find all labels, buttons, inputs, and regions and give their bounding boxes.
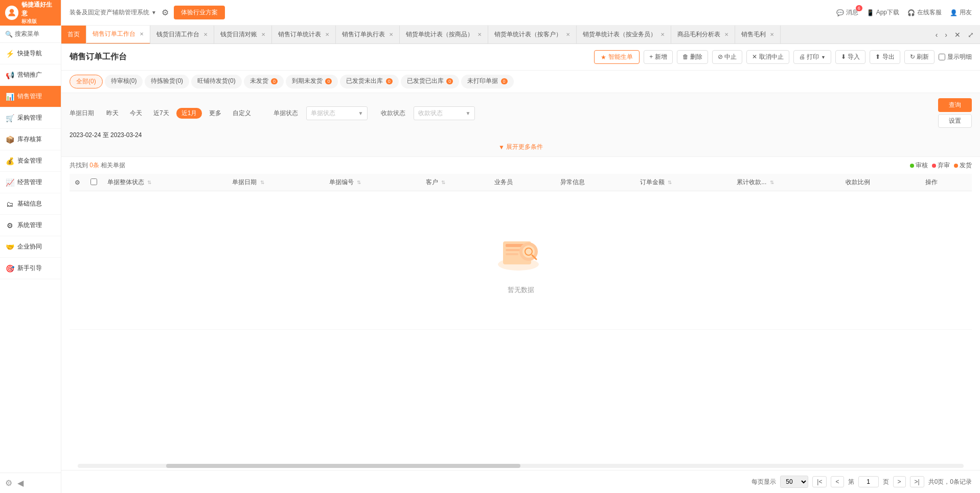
show-detail-checkbox[interactable]: 显示明细 <box>939 53 972 61</box>
tab-close-cash-reconcile[interactable]: ✕ <box>261 32 265 37</box>
sidebar-item-quick-nav[interactable]: ⚡ 快捷导航 <box>0 43 61 64</box>
status-select[interactable]: 单据状态 ▼ <box>306 106 368 120</box>
tab-close-sales-stat[interactable]: ✕ <box>325 32 329 37</box>
tab-scroll-right-button[interactable]: › <box>943 30 949 40</box>
page-last-button[interactable]: >| <box>910 476 924 487</box>
tab-cash-daily[interactable]: 钱货日清工作台 ✕ <box>150 26 214 44</box>
sidebar-item-finance[interactable]: 💰 资金管理 <box>0 150 61 172</box>
th-collected[interactable]: 累计收款... ⇅ <box>732 174 840 191</box>
delete-button[interactable]: 🗑 删除 <box>677 50 708 64</box>
sidebar-search[interactable]: 🔍 搜索菜单 <box>0 26 61 43</box>
th-date[interactable]: 单据日期 ⇅ <box>227 174 324 191</box>
th-number[interactable]: 单据编号 ⇅ <box>324 174 421 191</box>
tab-sales-exec[interactable]: 销售订单执行表 ✕ <box>336 26 400 44</box>
th-ratio[interactable]: 收款比例 <box>840 174 920 191</box>
date-btn-7days[interactable]: 近7天 <box>149 108 173 119</box>
tab-close-sales-gross[interactable]: ✕ <box>770 32 774 37</box>
tab-cash-reconcile[interactable]: 钱货日清对账 ✕ <box>214 26 272 44</box>
tab-sales-workbench[interactable]: 销售订单工作台 ✕ <box>86 26 150 44</box>
per-page-select[interactable]: 50 100 200 <box>780 476 808 488</box>
system-title[interactable]: 装备及固定资产辅助管理系统 ▼ <box>70 8 156 17</box>
tab-close-sales-stat-product[interactable]: ✕ <box>477 32 482 37</box>
subtab-pending-review[interactable]: 待审核(0) <box>105 75 143 88</box>
tab-close-sales-workbench[interactable]: ✕ <box>140 31 144 37</box>
cancel-stop-button[interactable]: ✕ 取消中止 <box>746 50 789 64</box>
tab-close-sales-exec[interactable]: ✕ <box>389 32 393 37</box>
th-amount[interactable]: 订单金额 ⇅ <box>635 174 732 191</box>
sidebar-item-enterprise[interactable]: 🤝 企业协同 <box>0 236 61 258</box>
user-menu-button[interactable]: 👤 用友 <box>950 8 972 17</box>
add-button[interactable]: + 新增 <box>644 50 672 64</box>
subtab-all[interactable]: 全部(0) <box>70 75 103 88</box>
th-staff[interactable]: 业务员 <box>489 174 555 191</box>
subtab-not-shipped[interactable]: 未发货 0 <box>244 75 284 88</box>
tab-sales-stat-product[interactable]: 销货单统计表（按商品） ✕ <box>400 26 488 44</box>
subtab-shipped-out[interactable]: 已发货已出库 0 <box>401 75 459 88</box>
sidebar-item-sales[interactable]: 📊 销售管理 <box>0 86 61 107</box>
payment-select[interactable]: 收款状态 ▼ <box>414 106 475 120</box>
select-all-checkbox[interactable] <box>90 178 97 185</box>
topbar-gear-icon[interactable]: ⚙ <box>162 8 169 17</box>
subtab-pending-check[interactable]: 待拣验货(0) <box>145 75 189 88</box>
sidebar-item-system[interactable]: ⚙ 系统管理 <box>0 215 61 236</box>
export-button[interactable]: ⬆ 导出 <box>870 50 900 64</box>
settings-bottom-icon[interactable]: ⚙ <box>5 478 12 488</box>
tab-scroll-left-button[interactable]: ‹ <box>933 30 940 40</box>
withdraw-action-button[interactable]: 弃审 <box>932 161 950 170</box>
tab-sales-stat-customer[interactable]: 销货单统计表（按客户） ✕ <box>488 26 577 44</box>
subtab-expired[interactable]: 到期未发货 0 <box>286 75 338 88</box>
app-download-button[interactable]: 📱 App下载 <box>867 8 899 17</box>
tab-close-sales-stat-customer[interactable]: ✕ <box>566 32 570 37</box>
tab-home[interactable]: 首页 <box>61 26 86 44</box>
print-button[interactable]: 🖨 打印 ▼ <box>793 50 831 64</box>
subtab-shipped-not-out[interactable]: 已发货未出库 0 <box>340 75 398 88</box>
sidebar-item-marketing[interactable]: 📢 营销推广 <box>0 64 61 86</box>
page-first-button[interactable]: |< <box>812 476 827 487</box>
tab-fullscreen-button[interactable]: ⤢ <box>966 30 976 40</box>
subtab-not-printed[interactable]: 未打印单据 0 <box>461 75 513 88</box>
refresh-button[interactable]: ↻ 刷新 <box>904 50 935 64</box>
user-avatar-icon: 👤 <box>950 9 958 16</box>
message-button[interactable]: 💬 消息 6 <box>836 8 858 17</box>
th-exception[interactable]: 异常信息 <box>555 174 635 191</box>
set-button[interactable]: 设置 <box>938 114 972 128</box>
page-number-input[interactable] <box>858 476 879 487</box>
smart-generate-button[interactable]: ★ 智能生单 <box>594 50 640 64</box>
date-btn-custom[interactable]: 自定义 <box>229 108 255 119</box>
date-btn-more[interactable]: 更多 <box>205 108 225 119</box>
sidebar-item-guide[interactable]: 🎯 新手引导 <box>0 258 61 279</box>
date-btn-yesterday[interactable]: 昨天 <box>102 108 123 119</box>
tab-sales-stat[interactable]: 销售订单统计表 ✕ <box>272 26 336 44</box>
tab-close-profit-analysis[interactable]: ✕ <box>724 32 728 37</box>
page-prev-button[interactable]: < <box>831 476 844 487</box>
tab-close-sales-stat-staff[interactable]: ✕ <box>660 32 665 37</box>
tab-profit-analysis[interactable]: 商品毛利分析表 ✕ <box>671 26 735 44</box>
stop-button[interactable]: ⊘ 中止 <box>712 50 742 64</box>
show-detail-input[interactable] <box>939 54 945 60</box>
date-btn-1month[interactable]: 近1月 <box>176 108 202 119</box>
ship-action-button[interactable]: 发货 <box>954 161 972 170</box>
tab-close-cash-daily[interactable]: ✕ <box>203 32 208 37</box>
th-checkbox[interactable] <box>85 174 102 191</box>
import-button[interactable]: ⬇ 导入 <box>835 50 865 64</box>
sidebar-item-inventory[interactable]: 📦 库存核算 <box>0 129 61 150</box>
review-action-button[interactable]: 审核 <box>910 161 928 170</box>
expand-button[interactable]: ▼ 展开更多条件 <box>498 143 543 151</box>
th-status[interactable]: 单据整体状态 ⇅ <box>102 174 227 191</box>
online-service-button[interactable]: 🎧 在线客服 <box>907 8 942 17</box>
tab-sales-gross[interactable]: 销售毛利 ✕ <box>735 26 781 44</box>
date-btn-today[interactable]: 今天 <box>126 108 146 119</box>
page-next-button[interactable]: > <box>893 476 906 487</box>
subtab-wangpu[interactable]: 旺铺待发货(0) <box>191 75 242 88</box>
query-button[interactable]: 查询 <box>938 98 972 112</box>
scrollbar-thumb[interactable] <box>166 464 520 468</box>
sidebar-item-basic[interactable]: 🗂 基础信息 <box>0 193 61 215</box>
solution-button[interactable]: 体验行业方案 <box>174 6 225 19</box>
sidebar-item-purchase[interactable]: 🛒 采购管理 <box>0 107 61 129</box>
sidebar-item-operation[interactable]: 📈 经营管理 <box>0 172 61 193</box>
collapse-icon[interactable]: ◀ <box>17 478 24 488</box>
tab-sales-stat-staff[interactable]: 销货单统计表（按业务员） ✕ <box>577 26 671 44</box>
tab-close-all-button[interactable]: ✕ <box>952 30 963 40</box>
th-customer[interactable]: 客户 ⇅ <box>421 174 489 191</box>
horizontal-scrollbar[interactable] <box>78 464 964 468</box>
